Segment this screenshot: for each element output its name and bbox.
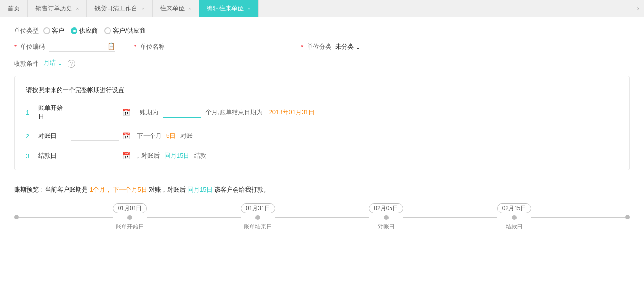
radio-supplier-label: 供应商 [79, 26, 98, 35]
tab-edit-partner-close[interactable]: × [247, 6, 250, 11]
date-input-1: 2018-01-01 📅 [71, 108, 130, 117]
date-input-2: 2018-02-05 📅 [71, 131, 130, 141]
timeline-line-3 [275, 217, 369, 218]
tab-sales-history[interactable]: 销售订单历史 × [28, 0, 87, 17]
preview-period: 1个月， [90, 186, 111, 193]
timeline-dot-2 [255, 215, 260, 220]
radio-customer-circle [43, 27, 50, 34]
date-field-3[interactable]: 2018-02-15 [71, 151, 119, 160]
step-num-1: 1 [26, 109, 34, 116]
tab-partner[interactable]: 往来单位 × [153, 0, 199, 17]
radio-supplier[interactable]: 供应商 [71, 26, 98, 35]
unit-category-select[interactable]: 未分类 ⌄ [335, 42, 361, 51]
payment-terms-select[interactable]: 月结 ⌄ [43, 59, 63, 68]
step-desc-2b: 对账 [180, 132, 193, 140]
timeline-caption-3: 对账日 [378, 223, 395, 231]
preview-reconcile: 下一个月5日 [113, 186, 147, 193]
calendar-icon-3[interactable]: 📅 [122, 152, 130, 160]
unit-name-required: * [134, 43, 136, 51]
preview-suffix: 该客户会给我打款。 [214, 186, 270, 193]
unit-name-input[interactable]: 河南供应商22 [169, 42, 254, 51]
radio-supplier-circle [71, 27, 77, 34]
timeline-line-2 [147, 217, 241, 218]
main-content: 单位类型 客户 供应商 客户/供应商 * 单位编码 000001 📋 [0, 17, 644, 287]
timeline-dot-3 [384, 215, 389, 220]
preview-text: 账期预览：当前客户账期是 1个月， 下一个月5日 对账，对账后 同月15日 该客… [14, 186, 630, 194]
step-desc-3a: ，对账后 [135, 152, 160, 160]
setting-row-1: 1 账单开始日 2018-01-01 📅 账期为 1 个月,账单结束日期为 20… [26, 104, 618, 121]
tab-bar: 首页 销售订单历史 × 钱货日清工作台 × 往来单位 × 编辑往来单位 × › [0, 0, 644, 17]
unit-code-required: * [14, 43, 17, 51]
unit-category-label: 单位分类 [307, 42, 331, 51]
step-label-3: 结款日 [38, 152, 67, 160]
unit-code-group: * 单位编码 000001 📋 [14, 42, 115, 52]
timeline-end-dot [625, 215, 630, 219]
unit-category-arrow: ⌄ [356, 43, 361, 51]
timeline-start-dot [14, 215, 19, 219]
date-field-1[interactable]: 2018-01-01 [71, 108, 119, 117]
timeline-line-4 [403, 217, 497, 218]
calendar-icon-1[interactable]: 📅 [122, 109, 130, 116]
timeline-badge-4: 02月15日 [497, 203, 532, 213]
help-icon[interactable]: ? [68, 60, 75, 68]
timeline-dot-4 [512, 215, 517, 220]
step-num-3: 3 [26, 152, 34, 160]
radio-both[interactable]: 客户/供应商 [104, 26, 145, 35]
unit-info-row: * 单位编码 000001 📋 * 单位名称 河南供应商22 * 单位分类 未分… [14, 42, 630, 52]
step-label-2: 对账日 [38, 132, 67, 140]
tab-home[interactable]: 首页 [0, 0, 28, 17]
unit-type-radio-group: 客户 供应商 客户/供应商 [43, 26, 145, 35]
timeline-node-3: 02月05日 对账日 [369, 203, 403, 231]
unit-category-value: 未分类 [335, 42, 354, 51]
step-desc-1a: 账期为 [140, 108, 158, 117]
unit-name-label: 单位名称 [140, 42, 165, 51]
tab-partner-close[interactable]: × [188, 6, 191, 11]
radio-customer-label: 客户 [52, 26, 64, 35]
step-highlight-3: 同月15日 [164, 152, 189, 160]
step-desc-2a: ,下一个月 [135, 132, 161, 140]
unit-name-group: * 单位名称 河南供应商22 [134, 42, 254, 51]
date-input-3: 2018-02-15 📅 [71, 151, 130, 160]
setting-row-2: 2 对账日 2018-02-05 📅 ,下一个月 5日 对账 [26, 131, 618, 141]
step-highlight-2: 5日 [166, 132, 176, 140]
setting-row-3: 3 结款日 2018-02-15 📅 ，对账后 同月15日 结款 [26, 151, 618, 160]
tab-cashier-label: 钱货日清工作台 [94, 4, 137, 13]
timeline-line-5 [531, 217, 625, 218]
timeline: 01月01日 账单开始日 01月31日 账单结束日 02月05日 对账日 [14, 203, 630, 231]
unit-type-row: 单位类型 客户 供应商 客户/供应商 [14, 26, 630, 35]
radio-both-label: 客户/供应商 [113, 26, 145, 35]
timeline-badge-2: 01月31日 [241, 203, 275, 213]
tab-cashier-close[interactable]: × [141, 6, 144, 11]
step-label-1: 账单开始日 [38, 104, 67, 121]
calendar-icon-2[interactable]: 📅 [122, 132, 130, 140]
payment-terms-arrow: ⌄ [58, 59, 63, 67]
settings-box: 请按照未来的一个完整帐期进行设置 1 账单开始日 2018-01-01 📅 账期… [14, 76, 630, 170]
radio-both-circle [104, 27, 111, 34]
tab-home-label: 首页 [8, 4, 20, 13]
preview-label: 账期预览：当前客户账期是 [14, 186, 88, 193]
unit-type-label: 单位类型 [14, 26, 39, 35]
tab-cashier[interactable]: 钱货日清工作台 × [87, 0, 152, 17]
tab-sales-history-label: 销售订单历史 [35, 4, 72, 13]
step-desc-3b: 结款 [194, 152, 206, 160]
preview-section: 账期预览：当前客户账期是 1个月， 下一个月5日 对账，对账后 同月15日 该客… [14, 178, 630, 236]
unit-code-label: 单位编码 [20, 42, 45, 51]
tab-partner-label: 往来单位 [160, 4, 185, 13]
tab-more-button[interactable]: › [632, 4, 644, 13]
step-desc-1b: 个月,账单结束日期为 [205, 108, 263, 117]
unit-code-input[interactable]: 000001 [49, 42, 105, 51]
date-field-2[interactable]: 2018-02-05 [71, 131, 119, 141]
step-num-2: 2 [26, 133, 34, 140]
step-highlight-1: 2018年01月31日 [269, 108, 315, 117]
timeline-caption-1: 账单开始日 [116, 223, 144, 231]
preview-reconcile-suffix: 对账，对账后 [149, 186, 186, 193]
timeline-node-4: 02月15日 结款日 [497, 203, 532, 231]
period-input[interactable]: 1 [163, 108, 201, 118]
preview-payment: 同月15日 [187, 186, 212, 193]
unit-code-icon[interactable]: 📋 [107, 42, 115, 50]
radio-customer[interactable]: 客户 [43, 26, 64, 35]
payment-terms-label: 收款条件 [14, 59, 39, 68]
payment-terms-row: 收款条件 月结 ⌄ ? [14, 59, 630, 68]
tab-sales-history-close[interactable]: × [76, 6, 79, 11]
tab-edit-partner[interactable]: 编辑往来单位 × [199, 0, 258, 17]
